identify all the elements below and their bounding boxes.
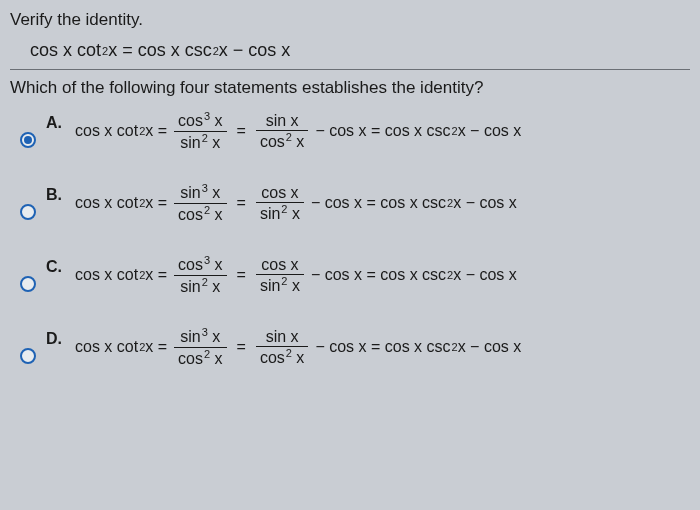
fraction-denominator: cos2 x: [174, 204, 226, 225]
option-tail: − cos x = cos x csc2 x − cos x: [315, 122, 521, 140]
fraction-denominator: cos2 x: [256, 131, 308, 152]
fraction-numerator: cos3 x: [174, 110, 226, 131]
option-row-d[interactable]: D.cos x cot2 x =sin3 xcos2 x=sin xcos2 x…: [20, 326, 690, 398]
option-lhs: cos x cot2 x =: [75, 122, 167, 140]
radio-col: [20, 182, 46, 220]
equals-sign: =: [237, 122, 246, 140]
fraction-denominator: cos2 x: [174, 348, 226, 369]
question-panel: Verify the identity. cos x cot2 x = cos …: [0, 0, 700, 510]
radio-button[interactable]: [20, 132, 36, 148]
fraction: sin3 xcos2 x: [174, 182, 226, 224]
option-letter: D.: [46, 326, 72, 348]
options-group: A.cos x cot2 x =cos3 xsin2 x=sin xcos2 x…: [20, 110, 690, 398]
fraction-denominator: sin2 x: [176, 132, 224, 153]
option-lhs: cos x cot2 x =: [75, 338, 167, 356]
fraction-denominator: sin2 x: [256, 275, 304, 296]
option-tail: − cos x = cos x csc2 x − cos x: [311, 266, 517, 284]
radio-button[interactable]: [20, 276, 36, 292]
fraction-numerator: sin x: [262, 111, 303, 130]
verify-title: Verify the identity.: [10, 10, 690, 30]
equals-sign: =: [237, 194, 246, 212]
fraction: cos3 xsin2 x: [174, 110, 226, 152]
option-expression: cos x cot2 x =cos3 xsin2 x=sin xcos2 x −…: [72, 110, 690, 152]
fraction-numerator: sin x: [262, 327, 303, 346]
fraction: cos3 xsin2 x: [174, 254, 226, 296]
option-letter: A.: [46, 110, 72, 132]
equals-sign: =: [237, 338, 246, 356]
option-expression: cos x cot2 x =sin3 xcos2 x=cos xsin2 x −…: [72, 182, 690, 224]
option-lhs: cos x cot2 x =: [75, 266, 167, 284]
option-row-a[interactable]: A.cos x cot2 x =cos3 xsin2 x=sin xcos2 x…: [20, 110, 690, 182]
identity-rhs-tail: x − cos x: [219, 40, 291, 61]
fraction: sin xcos2 x: [256, 327, 308, 368]
question-text: Which of the following four statements e…: [10, 78, 690, 98]
option-expression: cos x cot2 x =sin3 xcos2 x=sin xcos2 x −…: [72, 326, 690, 368]
identity-lhs: cos x cot: [30, 40, 101, 61]
equals-sign: =: [237, 266, 246, 284]
radio-col: [20, 326, 46, 364]
fraction: cos xsin2 x: [256, 183, 304, 224]
fraction-numerator: cos x: [257, 183, 302, 202]
fraction-numerator: cos x: [257, 255, 302, 274]
fraction-numerator: cos3 x: [174, 254, 226, 275]
divider: [10, 69, 690, 70]
fraction-denominator: sin2 x: [256, 203, 304, 224]
fraction: cos xsin2 x: [256, 255, 304, 296]
option-letter: C.: [46, 254, 72, 276]
fraction-denominator: sin2 x: [176, 276, 224, 297]
option-letter: B.: [46, 182, 72, 204]
option-tail: − cos x = cos x csc2 x − cos x: [315, 338, 521, 356]
option-row-c[interactable]: C.cos x cot2 x =cos3 xsin2 x=cos xsin2 x…: [20, 254, 690, 326]
option-lhs: cos x cot2 x =: [75, 194, 167, 212]
option-tail: − cos x = cos x csc2 x − cos x: [311, 194, 517, 212]
option-row-b[interactable]: B.cos x cot2 x =sin3 xcos2 x=cos xsin2 x…: [20, 182, 690, 254]
identity-expression: cos x cot2 x = cos x csc2 x − cos x: [30, 40, 690, 61]
identity-lhs-tail: x = cos x csc: [108, 40, 212, 61]
radio-col: [20, 254, 46, 292]
fraction-denominator: cos2 x: [256, 347, 308, 368]
fraction-numerator: sin3 x: [176, 326, 224, 347]
fraction-numerator: sin3 x: [176, 182, 224, 203]
radio-col: [20, 110, 46, 148]
fraction: sin xcos2 x: [256, 111, 308, 152]
fraction: sin3 xcos2 x: [174, 326, 226, 368]
option-expression: cos x cot2 x =cos3 xsin2 x=cos xsin2 x −…: [72, 254, 690, 296]
radio-button[interactable]: [20, 348, 36, 364]
radio-button[interactable]: [20, 204, 36, 220]
